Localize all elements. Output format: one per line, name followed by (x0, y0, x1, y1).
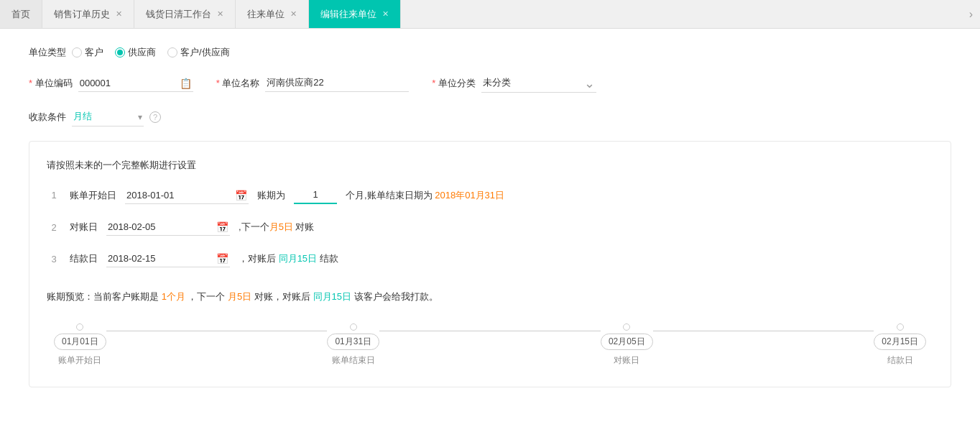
unit-name-group: 单位名称 (216, 75, 410, 92)
row-date-wrap-1: 📅 (125, 187, 249, 204)
tab-edit-partner[interactable]: 编辑往来单位 ✕ (309, 0, 401, 28)
unit-classify-group: 单位分类 未分类 ⌄ (432, 73, 596, 93)
timeline-node-3: 02月05日 对账日 (601, 318, 653, 367)
row-cal-icon-1[interactable]: 📅 (235, 190, 247, 201)
tab-sales-order-label: 销售订单历史 (54, 8, 110, 21)
unit-code-label: 单位编码 (29, 77, 73, 90)
row-date-input-2[interactable] (106, 218, 230, 236)
row-field-label-1: 账单开始日 (70, 189, 116, 202)
setting-row-2: 2 对账日 📅 ,下一个月5日 对账 (47, 218, 933, 236)
tl-label-2: 账单结束日 (332, 354, 375, 367)
unit-classify-label: 单位分类 (432, 77, 476, 90)
row-field-label-2: 对账日 (70, 221, 98, 234)
panel-title: 请按照未来的一个完整帐期进行设置 (47, 159, 933, 172)
summary-h3: 同月15日 (313, 291, 351, 302)
radio-group-unit-type: 客户 供应商 客户/供应商 (72, 46, 230, 59)
row-desc-suffix-1: 个月,账单结束日期为 2018年01月31日 (346, 189, 504, 202)
row-highlight-1: 2018年01月31日 (435, 190, 504, 201)
tl-line-3 (653, 331, 874, 331)
unit-type-group: 单位类型 客户 供应商 客户/供应商 (29, 46, 230, 59)
payment-terms-row: 收款条件 月结 ▾ ? (29, 107, 951, 126)
summary-h2: 月5日 (228, 291, 251, 302)
tl-badge-2: 01月31日 (327, 334, 379, 350)
tab-home-label: 首页 (11, 8, 30, 21)
summary-mid2: 对账，对账后 (254, 291, 313, 302)
row-date-input-3[interactable] (106, 250, 230, 267)
tabs-bar: 首页 销售订单历史 ✕ 钱货日清工作台 ✕ 往来单位 ✕ 编辑往来单位 ✕ › (0, 0, 980, 29)
main-content: 单位类型 客户 供应商 客户/供应商 单位编码 (0, 29, 980, 437)
radio-both[interactable]: 客户/供应商 (167, 46, 230, 59)
payment-terms-arrow[interactable]: ▾ (138, 112, 142, 122)
row-field-label-3: 结款日 (70, 252, 98, 265)
tl-label-4: 结款日 (887, 354, 913, 367)
row-cal-icon-2[interactable]: 📅 (216, 221, 228, 233)
payment-terms-help[interactable]: ? (149, 111, 161, 123)
radio-supplier-label: 供应商 (128, 46, 156, 59)
tab-edit-partner-label: 编辑往来单位 (320, 8, 376, 21)
radio-customer[interactable]: 客户 (72, 46, 103, 59)
summary-text: 账期预览：当前客户账期是 1个月 ，下一个 月5日 对账，对账后 同月15日 该… (47, 282, 933, 318)
summary-prefix: 账期预览：当前客户账期是 (47, 291, 159, 302)
tab-sales-order[interactable]: 销售订单历史 ✕ (42, 0, 134, 28)
row-num-1: 1 (47, 190, 61, 201)
timeline-node-2: 01月31日 账单结束日 (327, 318, 379, 367)
tab-partner-unit[interactable]: 往来单位 ✕ (236, 0, 309, 28)
unit-classify-wrap: 未分类 ⌄ (481, 73, 596, 93)
summary-suffix: 该客户会给我打款。 (354, 291, 438, 302)
radio-supplier-circle (115, 47, 125, 58)
payment-terms-display[interactable]: 月结 (72, 107, 144, 126)
unit-code-group: 单位编码 📋 (29, 75, 193, 92)
radio-both-circle (167, 47, 177, 58)
row-highlight-3: 同月15日 (279, 253, 317, 264)
row-date-wrap-2: 📅 (106, 218, 230, 236)
tab-cash-work[interactable]: 钱货日清工作台 ✕ (134, 0, 236, 28)
unit-code-icon[interactable]: 📋 (180, 78, 192, 89)
payment-terms-label: 收款条件 (29, 111, 66, 124)
unit-classify-display[interactable]: 未分类 (481, 73, 596, 93)
payment-terms-group: 收款条件 月结 ▾ ? (29, 107, 161, 126)
summary-mid1: ，下一个 (188, 291, 225, 302)
unit-info-row: 单位编码 📋 单位名称 单位分类 未分类 ⌄ (29, 73, 951, 93)
unit-name-label: 单位名称 (216, 77, 260, 90)
radio-customer-circle (72, 47, 82, 58)
tl-label-3: 对账日 (614, 354, 639, 367)
radio-both-label: 客户/供应商 (180, 46, 230, 59)
tabs-scroll-right[interactable]: › (962, 0, 980, 28)
unit-code-input-wrap: 📋 (78, 75, 193, 92)
tab-partner-unit-label: 往来单位 (247, 8, 285, 21)
period-input[interactable] (294, 186, 337, 204)
unit-name-input[interactable] (265, 75, 409, 92)
radio-customer-label: 客户 (85, 46, 103, 59)
unit-code-input[interactable] (78, 75, 193, 92)
tl-badge-4: 02月15日 (874, 334, 926, 350)
tl-dot-4 (897, 323, 904, 331)
timeline-node-4: 02月15日 结款日 (874, 318, 926, 367)
settings-panel: 请按照未来的一个完整帐期进行设置 1 账单开始日 📅 账期为 个月,账单结束日期… (29, 141, 951, 387)
unit-type-label: 单位类型 (29, 46, 66, 59)
tl-dot-1 (76, 323, 83, 331)
tab-edit-partner-close[interactable]: ✕ (382, 9, 389, 19)
radio-supplier[interactable]: 供应商 (115, 46, 156, 59)
timeline: 01月01日 账单开始日 01月31日 账单结束日 02月05日 对账日 (47, 318, 933, 367)
tab-sales-order-close[interactable]: ✕ (116, 9, 122, 19)
row-date-wrap-3: 📅 (106, 250, 230, 267)
tab-home[interactable]: 首页 (0, 0, 42, 28)
tl-badge-1: 01月01日 (54, 334, 106, 350)
unit-classify-arrow[interactable]: ⌄ (584, 75, 595, 91)
tl-dot-3 (623, 323, 630, 331)
row-cal-icon-3[interactable]: 📅 (216, 253, 228, 264)
summary-h1: 1个月 (162, 291, 185, 302)
unit-type-row: 单位类型 客户 供应商 客户/供应商 (29, 46, 951, 59)
tab-partner-unit-close[interactable]: ✕ (290, 9, 297, 19)
row-highlight-2: 月5日 (269, 221, 293, 232)
setting-row-3: 3 结款日 📅 ，对账后 同月15日 结款 (47, 250, 933, 267)
row-desc-2: ,下一个月5日 对账 (239, 221, 314, 234)
row-date-input-1[interactable] (125, 187, 249, 204)
tab-cash-work-close[interactable]: ✕ (217, 9, 223, 19)
row-desc-prefix-1: 账期为 (257, 189, 285, 202)
tl-label-1: 账单开始日 (58, 354, 101, 367)
tab-cash-work-label: 钱货日清工作台 (146, 8, 211, 21)
tl-badge-3: 02月05日 (601, 334, 653, 350)
row-desc-3: ，对账后 同月15日 结款 (239, 252, 338, 265)
timeline-node-1: 01月01日 账单开始日 (54, 318, 106, 367)
